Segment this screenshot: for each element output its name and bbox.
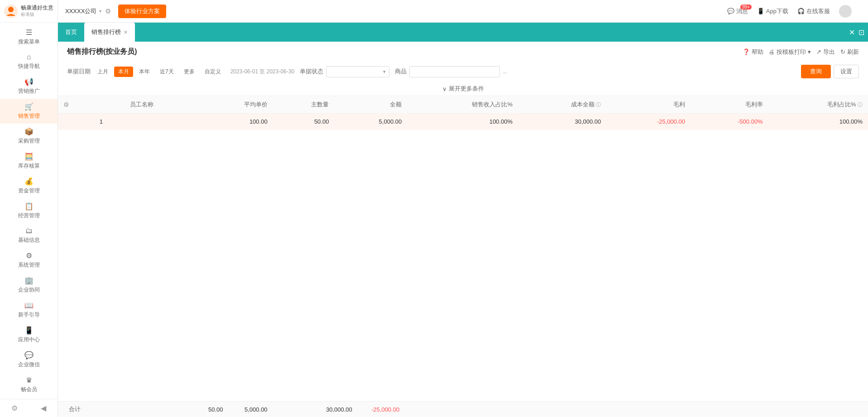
- gross-pct-info-icon: ⓘ: [858, 102, 863, 107]
- goods-more-btn[interactable]: ...: [503, 68, 507, 75]
- logo-name: 畅康通好生意: [21, 5, 53, 12]
- online-service-label: 在线客服: [806, 7, 830, 15]
- sidebar-item-wechat[interactable]: 💬 企业微信: [0, 347, 58, 372]
- sidebar-item-purchase[interactable]: 📦 采购管理: [0, 124, 58, 149]
- sidebar-item-finance[interactable]: 💰 资金管理: [0, 173, 58, 198]
- sidebar-item-member[interactable]: ♛ 畅会员: [0, 372, 58, 397]
- nav-label-guide: 新手引导: [18, 311, 40, 319]
- tab-sales-rank-label: 销售排行榜: [91, 28, 121, 36]
- date-tab-this-year[interactable]: 本年: [135, 67, 154, 77]
- sales-table: ⚙ 员工名称 平均单价 主数量 全额 销售收入占比% 成本全额 ⓘ 毛利 毛利率: [58, 96, 868, 130]
- date-tab-this-month[interactable]: 本月: [114, 67, 133, 77]
- date-filter-group: 单据日期 上月 本月 本年 近7天 更多 自定义: [67, 67, 225, 77]
- template-print-btn[interactable]: 🖨 按模板打印 ▾: [769, 48, 811, 56]
- sidebar-item-sales[interactable]: 🛒 销售管理: [0, 99, 58, 124]
- row-gross: -25,000.00: [606, 114, 691, 130]
- sidebar-item-guide[interactable]: 📖 新手引导: [0, 297, 58, 322]
- sidebar-item-app-center[interactable]: 📱 应用中心: [0, 322, 58, 347]
- online-service-group[interactable]: 🎧 在线客服: [797, 7, 830, 15]
- th-gross: 毛利: [606, 96, 691, 114]
- expand-row[interactable]: ∨ 展开更多条件: [67, 82, 859, 96]
- nav-icon-search-order: ☰: [26, 28, 32, 37]
- sidebar: 畅康通好生意 标准版 ☰ 搜索菜单 ⌂ 快捷导航 📢 营销推广 🛒 销售管理 📦…: [0, 0, 58, 417]
- logo: 畅康通好生意 标准版: [0, 0, 58, 23]
- print-icon: 🖨: [769, 48, 775, 55]
- status-select[interactable]: [326, 66, 389, 77]
- sidebar-item-inventory[interactable]: 🧮 库存核算: [0, 149, 58, 173]
- date-tab-last-month[interactable]: 上月: [93, 67, 112, 77]
- nav-icon-enterprise: 🏢: [24, 276, 34, 285]
- sidebar-item-system[interactable]: ⚙ 系统管理: [0, 248, 58, 273]
- sidebar-item-search-order[interactable]: ☰ 搜索菜单: [0, 24, 58, 49]
- nav-label-marketing: 营销推广: [18, 87, 40, 95]
- nav-label-purchase: 采购管理: [18, 137, 40, 145]
- status-filter-group: 单据状态: [300, 66, 389, 77]
- sidebar-item-quick-nav[interactable]: ⌂ 快捷导航: [0, 49, 58, 74]
- tab-sales-rank[interactable]: 销售排行榜 ✕: [84, 23, 135, 42]
- status-select-wrapper: [326, 66, 389, 77]
- th-settings[interactable]: ⚙: [58, 96, 94, 114]
- sidebar-item-enterprise[interactable]: 🏢 企业协同: [0, 273, 58, 297]
- nav-icon-purchase: 📦: [24, 127, 34, 136]
- company-selector[interactable]: XXXXX公司 ▾: [65, 7, 101, 15]
- row-name: [125, 114, 199, 130]
- th-quantity: 主数量: [273, 96, 335, 114]
- date-tab-7days[interactable]: 近7天: [156, 67, 178, 77]
- row-rank: 1: [94, 114, 125, 130]
- date-range: 2023-06-01 至 2023-06-30: [230, 68, 294, 76]
- row-gross-rate: -500.00%: [691, 114, 768, 130]
- setting-btn[interactable]: 设置: [834, 65, 859, 78]
- main-area: XXXXX公司 ▾ ⚙ 体验行业方案 💬 消息 99+ 📱 App下载 🎧 在线…: [58, 0, 868, 417]
- tab-close-icon[interactable]: ✕: [124, 29, 128, 35]
- query-btn[interactable]: 查询: [801, 65, 831, 78]
- date-tab-more[interactable]: 更多: [180, 67, 199, 77]
- row-gross-pct: 100.00%: [768, 114, 868, 130]
- header-settings-icon[interactable]: ⚙: [105, 7, 111, 15]
- row-amount: 5,000.00: [334, 114, 407, 130]
- refresh-icon: ↻: [840, 48, 845, 55]
- app-download-group[interactable]: 📱 App下载: [757, 7, 788, 15]
- th-rank: [94, 96, 125, 114]
- tab-home[interactable]: 首页: [58, 23, 84, 42]
- collapse-icon[interactable]: ◀: [41, 404, 46, 412]
- nav-label-inventory: 库存核算: [18, 162, 40, 170]
- nav-icon-sales: 🛒: [24, 102, 34, 111]
- nav-icon-operations: 📋: [24, 202, 34, 211]
- row-avg-price: 100.00: [199, 114, 273, 130]
- table-body: 1 100.00 50.00 5,000.00 100.00% 30,000.0…: [58, 114, 868, 130]
- message-group[interactable]: 💬 消息 99+: [727, 7, 748, 15]
- logo-sub: 标准版: [21, 11, 53, 18]
- sidebar-item-marketing[interactable]: 📢 营销推广: [0, 74, 58, 99]
- goods-input[interactable]: [409, 66, 500, 77]
- avatar[interactable]: [839, 5, 852, 18]
- refresh-label: 刷新: [847, 48, 859, 56]
- table-row: 1 100.00 50.00 5,000.00 100.00% 30,000.0…: [58, 114, 868, 130]
- sidebar-item-operations[interactable]: 📋 经营管理: [0, 198, 58, 223]
- template-print-label: 按模板打印: [777, 48, 806, 56]
- trial-btn[interactable]: 体验行业方案: [118, 5, 166, 18]
- footer-cost: 30,000.00: [326, 406, 371, 413]
- th-sales-pct: 销售收入占比%: [407, 96, 518, 114]
- filter-row: 单据日期 上月 本月 本年 近7天 更多 自定义 2023-06-01 至 20…: [67, 61, 859, 82]
- date-tab-custom[interactable]: 自定义: [201, 67, 225, 77]
- tab-bar: 首页 销售排行榜 ✕ ✕ ⊡: [58, 23, 868, 42]
- help-btn[interactable]: ❓ 帮助: [743, 48, 763, 56]
- page-title-row: 销售排行榜(按业务员) ❓ 帮助 🖨 按模板打印 ▾ ↗ 导出: [67, 47, 859, 57]
- nav-label-quick-nav: 快捷导航: [18, 62, 40, 70]
- nav-icon-quick-nav: ⌂: [27, 53, 31, 61]
- export-btn[interactable]: ↗ 导出: [816, 48, 835, 56]
- tab-close-window-btn[interactable]: ✕: [849, 28, 855, 37]
- footer-gross: -25,000.00: [371, 406, 417, 413]
- footer-quantity: 50.00: [208, 406, 245, 413]
- tab-maximize-btn[interactable]: ⊡: [858, 28, 864, 37]
- mobile-icon: 📱: [757, 8, 764, 14]
- settings-bottom-icon[interactable]: ⚙: [11, 404, 18, 412]
- table-header: ⚙ 员工名称 平均单价 主数量 全额 销售收入占比% 成本全额 ⓘ 毛利 毛利率: [58, 96, 868, 114]
- page-header: 销售排行榜(按业务员) ❓ 帮助 🖨 按模板打印 ▾ ↗ 导出: [58, 42, 868, 96]
- sidebar-item-basic-info[interactable]: 🗂 基础信息: [0, 223, 58, 248]
- page-actions: ❓ 帮助 🖨 按模板打印 ▾ ↗ 导出 ↻ 刷新: [743, 48, 859, 56]
- refresh-btn[interactable]: ↻ 刷新: [840, 48, 859, 56]
- nav-label-operations: 经营管理: [18, 212, 40, 220]
- nav-label-sales: 销售管理: [18, 112, 40, 120]
- message-badge: 99+: [740, 5, 752, 10]
